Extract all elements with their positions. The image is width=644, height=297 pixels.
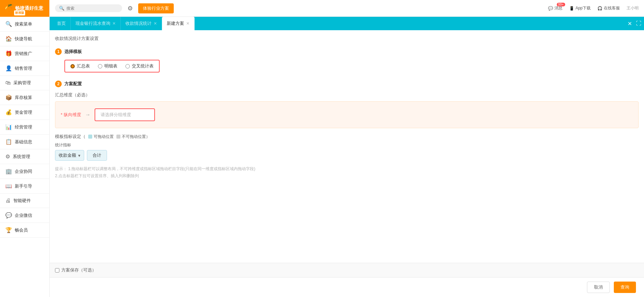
chart-icon: 📊 (5, 124, 12, 130)
close-icon[interactable]: ✕ (112, 21, 116, 26)
tab-receipt-label: 收款情况统计 (125, 20, 152, 27)
main-area: 🔍 ⚙ 体验行业方案 💬 消息 99+ 📱 App下载 🎧 在线客服 王小明 首 (50, 0, 644, 297)
close-all-icon[interactable]: ✕ (628, 20, 632, 27)
sidebar-item-system[interactable]: ⚙ 系统管理 (0, 149, 49, 164)
radio-cross[interactable]: 交叉统计表 (125, 63, 154, 69)
sidebar-label-basic: 基础信息 (15, 139, 32, 145)
sidebar-item-inventory[interactable]: 📦 库存核算 (0, 90, 49, 105)
online-service-button[interactable]: 🎧 在线客服 (597, 5, 620, 11)
radio-summary-label: 汇总表 (77, 63, 90, 69)
metric-total-label: 合计 (93, 153, 101, 158)
sidebar-item-nav[interactable]: 🏠 快捷导航 (0, 32, 49, 46)
fixed-dot (116, 135, 120, 139)
cancel-button[interactable]: 取消 (587, 282, 610, 293)
printer-icon: 🖨 (5, 198, 11, 204)
save-label: 方案保存（可选） (61, 267, 96, 273)
fixed-badge: 不可拖动位置） (116, 134, 150, 140)
step1-content: 汇总表 明细表 交叉统计表 (64, 60, 639, 72)
sidebar-item-wechat[interactable]: 💬 企业微信 (0, 208, 49, 223)
dimension-area: * 纵向维度 → 请选择分组维度 (55, 101, 639, 128)
close-icon[interactable]: ✕ (154, 21, 157, 26)
service-label: 在线客服 (604, 5, 620, 11)
content-area: 收款情况统计方案设置 1 选择模板 汇总表 明细表 (50, 30, 644, 297)
tab-bank-label: 现金银行流水查询 (75, 20, 110, 27)
trial-button[interactable]: 体验行业方案 (138, 3, 174, 13)
radio-summary-input[interactable] (70, 64, 75, 68)
metric-tag-total[interactable]: 合计 (87, 150, 107, 161)
home-icon: 🏠 (5, 36, 12, 42)
sidebar-label-hardware: 智能硬件 (13, 198, 31, 204)
radio-detail-label: 明细表 (104, 63, 117, 69)
sidebar-logo: 🍊 畅捷通好生意 标准版 (0, 0, 49, 17)
sidebar-item-enterprise[interactable]: 🏢 企业协同 (0, 164, 49, 179)
notification-button[interactable]: 💬 消息 99+ (548, 5, 562, 11)
tips-section: 提示： 1.拖动标题栏可以调整布局，不可跨维度或指标区域拖动栏目字段(只能在同一… (55, 166, 639, 179)
top-header: 🔍 ⚙ 体验行业方案 💬 消息 99+ 📱 App下载 🎧 在线客服 王小明 (50, 0, 644, 17)
chevron-down-icon: ▾ (78, 153, 80, 158)
sidebar-item-sales[interactable]: 👤 销售管理 (0, 61, 49, 76)
save-option[interactable]: 方案保存（可选） (55, 267, 96, 273)
app-download-button[interactable]: 📱 App下载 (569, 5, 591, 11)
dimension-section-title: 汇总维度（必选） (55, 92, 639, 98)
page-title: 收款情况统计方案设置 (55, 36, 639, 42)
building-icon: 🏢 (5, 168, 12, 175)
book-icon: 📖 (5, 183, 12, 189)
metrics-section: 模板指标设定（ 可拖动位置 不可拖动位置） 统计指标 (55, 134, 639, 161)
sidebar-item-operation[interactable]: 📊 经营管理 (0, 120, 49, 135)
search-bar[interactable]: 🔍 (55, 4, 122, 12)
close-icon[interactable]: ✕ (186, 21, 190, 26)
metric-amount-label: 收款金额 (59, 152, 76, 158)
step2-section: 2 方案配置 汇总维度（必选） * 纵向维度 → 请选择分组维度 (55, 81, 639, 179)
step1-header: 1 选择模板 (55, 48, 639, 55)
tip2: 2.点击标题栏下拉可设置排序、插入列和删除列 (55, 173, 639, 179)
tab-new-plan[interactable]: 新建方案 ✕ (162, 17, 195, 30)
sidebar-item-purchase[interactable]: 🛍 采购管理 (0, 76, 49, 90)
sidebar-label-wechat: 企业微信 (15, 212, 32, 218)
step2-number: 2 (55, 81, 62, 87)
money-icon: 💰 (5, 109, 12, 115)
tab-bank[interactable]: 现金银行流水查询 ✕ (71, 17, 121, 30)
tab-home[interactable]: 首页 (52, 17, 71, 30)
gift-icon: 🎁 (5, 50, 12, 57)
step1-section: 1 选择模板 汇总表 明细表 (55, 48, 639, 72)
tip1: 提示： 1.拖动标题栏可以调整布局，不可跨维度或指标区域拖动栏目字段(只能在同一… (55, 166, 639, 172)
sidebar-item-guide[interactable]: 📖 新手引导 (0, 179, 49, 194)
dimension-selector[interactable]: 请选择分组维度 (95, 108, 155, 121)
sidebar-label-search: 搜索菜单 (15, 21, 32, 27)
tab-receipt[interactable]: 收款情况统计 ✕ (121, 17, 162, 30)
metrics-category-label: 统计指标 (55, 142, 639, 148)
sidebar-label-marketing: 营销推广 (15, 51, 32, 57)
sidebar: 🍊 畅捷通好生意 标准版 🔍 搜索菜单 🏠 快捷导航 🎁 营销推广 👤 销售管理… (0, 0, 50, 297)
gear-icon: ⚙ (5, 153, 10, 160)
sidebar-item-marketing[interactable]: 🎁 营销推广 (0, 46, 49, 61)
sidebar-item-search[interactable]: 🔍 搜索菜单 (0, 17, 49, 32)
sidebar-item-finance[interactable]: 💰 资金管理 (0, 105, 49, 120)
metrics-section-text: 模板指标设定（ (55, 134, 86, 140)
sidebar-item-hardware[interactable]: 🖨 智能硬件 (0, 194, 49, 208)
radio-summary[interactable]: 汇总表 (70, 63, 90, 69)
sidebar-item-basic[interactable]: 📋 基础信息 (0, 135, 49, 149)
step2-title: 方案配置 (64, 81, 82, 87)
settings-icon[interactable]: ⚙ (127, 5, 133, 12)
step1-title: 选择模板 (64, 49, 82, 55)
query-button[interactable]: 查询 (614, 282, 636, 293)
search-input[interactable] (66, 6, 113, 11)
search-icon: 🔍 (5, 21, 12, 27)
step2-content: 汇总维度（必选） * 纵向维度 → 请选择分组维度 (55, 92, 639, 179)
tab-bar: 首页 现金银行流水查询 ✕ 收款情况统计 ✕ 新建方案 ✕ ✕ ⛶ (50, 17, 644, 30)
radio-cross-input[interactable] (125, 64, 130, 68)
movable-dot (88, 135, 92, 139)
box-icon: 📦 (5, 94, 12, 101)
sidebar-label-system: 系统管理 (13, 154, 30, 160)
radio-detail-input[interactable] (98, 64, 102, 68)
dimension-selector-placeholder: 请选择分组维度 (101, 112, 131, 117)
metric-tag-amount[interactable]: 收款金额 ▾ (55, 150, 84, 161)
sidebar-badge: 标准版 (14, 10, 25, 15)
radio-detail[interactable]: 明细表 (98, 63, 117, 69)
list-icon: 📋 (5, 139, 12, 145)
step1-number: 1 (55, 48, 62, 55)
save-checkbox[interactable] (55, 268, 59, 273)
bottom-action-bar: 取消 查询 (50, 277, 644, 297)
expand-icon[interactable]: ⛶ (636, 20, 641, 27)
sidebar-item-member[interactable]: 🏆 畅会员 (0, 223, 49, 238)
